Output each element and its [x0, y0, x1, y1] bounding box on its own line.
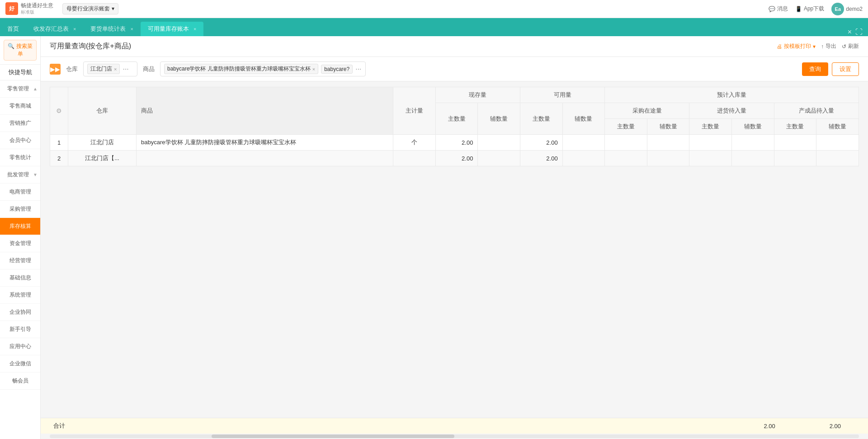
- sidebar-item-enterprise-wechat[interactable]: 企业微信: [0, 355, 40, 373]
- warehouse-filter-label: 仓库: [66, 65, 78, 73]
- product-tag1: babycare学饮杯 儿童防摔防撞吸管杯重力球吸嘴杯宝宝水杯 ×: [164, 64, 318, 74]
- sidebar-item-purchase[interactable]: 采购管理: [0, 201, 40, 218]
- page-header: 可用量查询(按仓库+商品) 🖨 按模板打印 ▾ ↑ 导出 ↺ 刷新: [41, 36, 868, 57]
- sidebar-item-system[interactable]: 系统管理: [0, 287, 40, 304]
- product-tag1-value: babycare学饮杯 儿童防摔防撞吸管杯重力球吸嘴杯宝宝水杯: [167, 65, 311, 73]
- warehouse-filter-field[interactable]: 江北门店 × ···: [83, 61, 137, 76]
- sidebar-item-basic-info-label: 基础信息: [3, 274, 38, 282]
- username: demo2: [846, 6, 863, 12]
- tenant-name: 母婴行业演示账套: [66, 5, 110, 13]
- top-bar-right: 💬 消息 📱 App下载 Ea demo2: [769, 3, 863, 15]
- refresh-btn[interactable]: ↺ 刷新: [842, 42, 859, 50]
- settings-btn[interactable]: 设置: [832, 62, 859, 76]
- th-stock-aux: 辅数量: [478, 103, 520, 135]
- th-warehouse: 仓库: [68, 87, 137, 135]
- top-bar: 好 畅捷通好生意 标准版 母婴行业演示账套 ▾ 💬 消息 📱 App下载 Ea …: [0, 0, 868, 18]
- sidebar-item-system-label: 系统管理: [3, 291, 38, 299]
- scrollbar-thumb[interactable]: [212, 434, 454, 438]
- sidebar-item-marketing[interactable]: 营销推广: [0, 115, 40, 132]
- export-label: 导出: [826, 42, 836, 50]
- tab-inventory-close[interactable]: ×: [193, 26, 196, 32]
- message-btn[interactable]: 💬 消息: [769, 5, 788, 13]
- row2-production-main: [774, 151, 816, 166]
- sidebar: 🔍 搜索菜单 快捷导航 零售管理 ▲ 零售商城 营销推广 会员中心 零售统计 批…: [0, 36, 41, 439]
- quick-nav-btn[interactable]: 快捷导航: [0, 65, 40, 80]
- table-row: 1 江北门店 babycare学饮杯 儿童防摔防撞吸管杯重力球吸嘴杯宝宝水杯 个…: [50, 135, 859, 151]
- tab-order[interactable]: 要货单统计表 ×: [83, 22, 140, 36]
- sidebar-item-retail-mall[interactable]: 零售商城: [0, 98, 40, 115]
- tab-receive-close[interactable]: ×: [73, 26, 76, 32]
- th-settings: ⚙: [50, 87, 68, 135]
- filter-toggle-btn[interactable]: ▶▶: [50, 64, 61, 75]
- row1-stock-aux: [478, 135, 520, 151]
- user-area[interactable]: Ea demo2: [831, 3, 863, 15]
- sidebar-item-ecommerce-label: 电商管理: [3, 188, 38, 196]
- print-btn[interactable]: 🖨 按模板打印 ▾: [777, 42, 816, 50]
- tab-order-close[interactable]: ×: [130, 26, 133, 32]
- sidebar-search-area: 🔍 搜索菜单: [0, 36, 40, 65]
- product-filter-field[interactable]: babycare学饮杯 儿童防摔防撞吸管杯重力球吸嘴杯宝宝水杯 × babyca…: [160, 61, 366, 76]
- row2-avail-aux: [562, 151, 605, 166]
- tab-home[interactable]: 首页: [0, 22, 26, 36]
- row1-incoming-main: [689, 135, 732, 151]
- th-avail-main: 主数量: [520, 103, 563, 135]
- warehouse-tag-close[interactable]: ×: [114, 66, 117, 72]
- table-settings-icon[interactable]: ⚙: [56, 107, 62, 114]
- chevron-down-icon: ▾: [112, 5, 114, 12]
- sidebar-item-new-guide-label: 新手引导: [3, 326, 38, 333]
- sidebar-item-purchase-label: 采购管理: [3, 205, 38, 213]
- th-stock-main: 主数量: [435, 103, 478, 135]
- sidebar-item-retail-mgmt[interactable]: 零售管理 ▲: [0, 80, 40, 98]
- sidebar-item-finance[interactable]: 资金管理: [0, 235, 40, 252]
- warehouse-more-icon[interactable]: ···: [123, 65, 128, 73]
- query-btn[interactable]: 查询: [802, 62, 828, 76]
- row1-index: 1: [50, 135, 68, 151]
- sidebar-search-btn[interactable]: 🔍 搜索菜单: [4, 40, 37, 61]
- sidebar-item-ecommerce[interactable]: 电商管理: [0, 184, 40, 201]
- product-tag1-close[interactable]: ×: [312, 66, 315, 72]
- row2-production-aux: [816, 151, 859, 166]
- row2-avail-main: 2.00: [520, 151, 563, 166]
- product-more-icon[interactable]: ···: [355, 65, 361, 73]
- tenant-selector[interactable]: 母婴行业演示账套 ▾: [62, 3, 118, 14]
- row1-avail-aux: [562, 135, 605, 151]
- tab-close-all[interactable]: ×: [848, 28, 852, 36]
- tab-bar: 首页 收发存汇总表 × 要货单统计表 × 可用量库存账本 × × ⛶: [0, 18, 868, 36]
- content-area: 可用量查询(按仓库+商品) 🖨 按模板打印 ▾ ↑ 导出 ↺ 刷新 ▶▶: [41, 36, 868, 439]
- sidebar-item-enterprise[interactable]: 企业协同: [0, 304, 40, 321]
- logo-area: 好 畅捷通好生意 标准版: [5, 2, 53, 15]
- row1-unit: 个: [393, 135, 436, 151]
- sidebar-item-wholesale-mgmt[interactable]: 批发管理 ▼: [0, 166, 40, 184]
- row1-purchase-main: [605, 135, 647, 151]
- scrollbar[interactable]: [50, 434, 859, 438]
- th-production-pending-aux: 辅数量: [816, 119, 859, 135]
- tab-inventory[interactable]: 可用量库存账本 ×: [141, 22, 203, 36]
- row2-purchase-aux: [647, 151, 689, 166]
- sidebar-item-retail-stats[interactable]: 零售统计: [0, 149, 40, 166]
- app-download-btn[interactable]: 📱 App下载: [795, 5, 824, 13]
- sidebar-item-app-center[interactable]: 应用中心: [0, 338, 40, 355]
- sidebar-item-member2[interactable]: 畅会员: [0, 373, 40, 390]
- print-label: 按模板打印: [784, 42, 811, 50]
- sidebar-item-finance-label: 资金管理: [3, 240, 38, 247]
- sidebar-item-operations[interactable]: 经营管理: [0, 252, 40, 269]
- row1-stock-main: 2.00: [435, 135, 478, 151]
- sidebar-item-new-guide[interactable]: 新手引导: [0, 321, 40, 338]
- data-table: ⚙ 仓库 商品 主计量 现存量 可用量 预计入库量 主数量 辅数量 主数量 辅数…: [50, 87, 859, 166]
- print-arrow-icon: ▾: [813, 43, 816, 50]
- export-btn[interactable]: ↑ 导出: [821, 42, 836, 50]
- product-filter-label: 商品: [143, 65, 155, 73]
- sidebar-item-basic-info[interactable]: 基础信息: [0, 269, 40, 287]
- sidebar-item-inventory-check[interactable]: 库存核算: [0, 218, 40, 235]
- th-purchase-transit-aux: 辅数量: [647, 119, 689, 135]
- filter-actions: 查询 设置: [802, 62, 859, 76]
- refresh-icon: ↺: [842, 43, 846, 50]
- th-production-pending-main: 主数量: [774, 119, 816, 135]
- tab-home-label: 首页: [7, 25, 19, 33]
- footer-label: 合计: [53, 422, 65, 430]
- sidebar-item-retail-mgmt-arrow: ▲: [33, 86, 38, 91]
- tab-expand[interactable]: ⛶: [855, 28, 863, 36]
- tab-receive[interactable]: 收发存汇总表 ×: [26, 22, 83, 36]
- sidebar-item-member[interactable]: 会员中心: [0, 132, 40, 149]
- row2-stock-aux: [478, 151, 520, 166]
